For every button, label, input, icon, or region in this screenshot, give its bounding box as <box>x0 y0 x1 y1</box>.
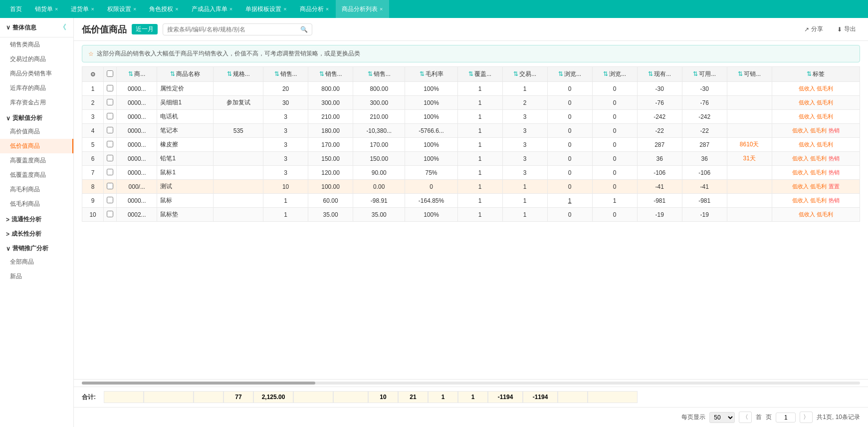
total-saleable <box>558 391 588 403</box>
col-current[interactable]: ⇅现有... <box>637 67 682 82</box>
share-button[interactable]: ↗ 分享 <box>800 23 827 35</box>
row-checkbox[interactable] <box>107 141 113 147</box>
sidebar-item-sales-goods[interactable]: 销售类商品 <box>0 37 73 52</box>
row-checkbox[interactable] <box>107 197 113 203</box>
sidebar-item-new-goods[interactable]: 新品 <box>0 269 73 284</box>
cell-checkbox[interactable] <box>104 194 117 208</box>
cell-checkbox[interactable] <box>104 138 117 152</box>
col-spec[interactable]: ⇅规格... <box>214 67 263 82</box>
col-amount[interactable]: ⇅销售... <box>353 67 405 82</box>
cell-checkbox[interactable] <box>104 110 117 124</box>
nav-goods-list[interactable]: 商品分析列表 × <box>336 0 389 18</box>
row-checkbox[interactable] <box>107 99 113 105</box>
page-label: 页 <box>766 413 772 422</box>
sidebar-item-low-value[interactable]: 低价值商品 <box>0 139 73 153</box>
cell-qty: 3 <box>263 138 308 152</box>
row-checkbox[interactable] <box>107 113 113 119</box>
cell-code: 0002... <box>117 208 157 222</box>
sidebar-item-all-goods[interactable]: 全部商品 <box>0 255 73 269</box>
cell-browse2: 0 <box>592 152 637 166</box>
cell-no: 5 <box>82 138 104 152</box>
cell-tags: 低收入 低毛利 热销 <box>772 166 860 180</box>
tag-label: 低毛利 <box>810 169 827 175</box>
horizontal-scrollbar[interactable] <box>74 379 868 387</box>
sidebar-item-stock-capital[interactable]: 库存资金占用 <box>0 95 73 110</box>
nav-home[interactable]: 首页 <box>4 0 28 18</box>
nav-products[interactable]: 产成品入库单 × <box>186 0 238 18</box>
first-page-btn[interactable]: 〈 <box>739 412 752 423</box>
col-coverage[interactable]: ⇅覆盖... <box>457 67 502 82</box>
cell-checkbox[interactable] <box>104 82 117 96</box>
time-badge[interactable]: 近一月 <box>132 24 158 34</box>
col-checkbox[interactable] <box>104 67 117 82</box>
col-gross[interactable]: ⇅毛利率 <box>405 67 457 82</box>
col-code[interactable]: ⇅商... <box>117 67 157 82</box>
col-available[interactable]: ⇅可用... <box>682 67 727 82</box>
row-checkbox[interactable] <box>107 155 113 161</box>
row-checkbox[interactable] <box>107 183 113 189</box>
table-container[interactable]: ⚙ ⇅商... ⇅商品名称 ⇅规格... ⇅销售... ⇅销售... ⇅销售..… <box>82 66 860 379</box>
nav-close-templates[interactable]: × <box>283 6 286 12</box>
cell-checkbox[interactable] <box>104 208 117 222</box>
sidebar-item-category-sales[interactable]: 商品分类销售率 <box>0 66 73 81</box>
page-input[interactable] <box>776 413 796 423</box>
sidebar-group-flow[interactable]: > 流通性分析 <box>0 211 73 226</box>
sidebar-group-marketing[interactable]: ∨ 营销推广分析 <box>0 240 73 255</box>
nav-close-goods[interactable]: × <box>326 6 329 12</box>
cell-checkbox[interactable] <box>104 180 117 194</box>
nav-close-goods-list[interactable]: × <box>380 6 383 12</box>
sidebar-item-low-margin[interactable]: 低毛利商品 <box>0 197 73 211</box>
row-checkbox[interactable] <box>107 211 113 217</box>
search-icon[interactable]: 🔍 <box>300 26 308 33</box>
cell-checkbox[interactable] <box>104 152 117 166</box>
scrollbar-thumb[interactable] <box>82 382 315 385</box>
nav-sales[interactable]: 销货单 × <box>29 0 64 18</box>
col-browse1[interactable]: ⇅浏览... <box>547 67 592 82</box>
sidebar-item-high-value[interactable]: 高价值商品 <box>0 124 73 139</box>
select-all-checkbox[interactable] <box>107 70 113 77</box>
col-tags[interactable]: ⇅标签 <box>772 67 860 82</box>
sidebar-item-high-margin[interactable]: 高毛利商品 <box>0 182 73 197</box>
sidebar-item-high-coverage[interactable]: 高覆盖度商品 <box>0 153 73 168</box>
nav-purchase[interactable]: 进货单 × <box>65 0 100 18</box>
nav-roles[interactable]: 角色授权 × <box>143 0 184 18</box>
col-qty[interactable]: ⇅销售... <box>263 67 308 82</box>
nav-close-sales[interactable]: × <box>55 6 58 12</box>
nav-close-roles[interactable]: × <box>175 6 178 12</box>
cell-checkbox[interactable] <box>104 124 117 138</box>
sidebar-group-growth[interactable]: > 成长性分析 <box>0 226 73 240</box>
tag-label: 热销 <box>829 155 840 161</box>
cell-tags: 低收入 低毛利 <box>772 110 860 124</box>
nav-close-products[interactable]: × <box>229 6 232 12</box>
col-name[interactable]: ⇅商品名称 <box>157 67 214 82</box>
sidebar-collapse-btn[interactable]: 《 <box>58 22 67 33</box>
nav-goods-analysis[interactable]: 商品分析 × <box>294 0 335 18</box>
cell-browse1[interactable]: 1 <box>547 194 592 208</box>
cell-checkbox[interactable] <box>104 96 117 110</box>
sidebar-item-low-coverage[interactable]: 低覆盖度商品 <box>0 168 73 182</box>
sidebar-group-overall[interactable]: ∨ 整体信息 <box>6 23 36 32</box>
tag-label: 低毛利 <box>817 141 833 147</box>
search-input[interactable] <box>167 26 297 33</box>
row-checkbox[interactable] <box>107 169 113 175</box>
col-trade[interactable]: ⇅交易... <box>502 67 547 82</box>
sidebar-item-traded-goods[interactable]: 交易过的商品 <box>0 52 73 66</box>
nav-close-purchase[interactable]: × <box>91 6 94 12</box>
browse1-value[interactable]: 1 <box>568 197 572 204</box>
sidebar-item-low-stock[interactable]: 近库存的商品 <box>0 81 73 95</box>
cell-checkbox[interactable] <box>104 166 117 180</box>
per-page-select[interactable]: 50 100 200 <box>709 412 735 423</box>
export-button[interactable]: ⬇ 导出 <box>833 23 860 35</box>
cell-spec <box>214 194 263 208</box>
row-checkbox[interactable] <box>107 127 113 133</box>
col-price[interactable]: ⇅销售... <box>308 67 353 82</box>
nav-permissions[interactable]: 权限设置 × <box>101 0 142 18</box>
row-checkbox[interactable] <box>107 85 113 91</box>
sidebar-group-contribution[interactable]: ∨ 贡献值分析 <box>0 110 73 124</box>
col-browse2[interactable]: ⇅浏览... <box>592 67 637 82</box>
nav-close-permissions[interactable]: × <box>133 6 136 12</box>
col-settings[interactable]: ⚙ <box>82 67 104 82</box>
next-page-btn[interactable]: 〉 <box>800 412 813 423</box>
col-saleable[interactable]: ⇅可销... <box>727 67 772 82</box>
nav-templates[interactable]: 单据模板设置 × <box>239 0 292 18</box>
